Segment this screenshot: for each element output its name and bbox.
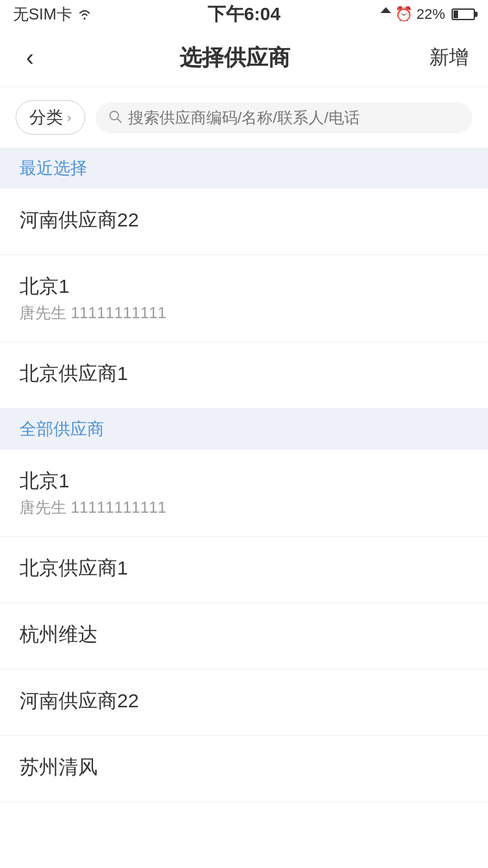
carrier-text: 无SIM卡	[13, 4, 72, 25]
status-time: 下午6:04	[208, 2, 280, 27]
item-name: 杭州维达	[20, 621, 468, 648]
item-name: 苏州清风	[20, 754, 468, 781]
item-name: 北京供应商1	[20, 360, 468, 387]
svg-line-1	[117, 118, 121, 122]
item-sub: 唐先生 11111111111	[20, 497, 468, 518]
search-box	[96, 102, 472, 133]
item-name: 北京1	[20, 273, 468, 300]
nav-bar: ‹ 选择供应商 新增	[0, 29, 488, 87]
category-label: 分类	[29, 106, 63, 129]
list-item[interactable]: 北京1 唐先生 11111111111	[0, 255, 488, 342]
page-title: 选择供应商	[180, 43, 290, 73]
list-item[interactable]: 苏州清风	[0, 736, 488, 802]
alarm-icon: ⏰	[395, 6, 413, 23]
chevron-right-icon: ›	[67, 110, 72, 125]
category-button[interactable]: 分类 ›	[16, 100, 85, 135]
recent-section-header: 最近选择	[0, 148, 488, 189]
recent-section-label: 最近选择	[20, 158, 87, 178]
item-sub: 唐先生 11111111111	[20, 303, 468, 323]
status-right: ⏰ 22%	[381, 6, 475, 23]
battery-percent: 22%	[416, 6, 445, 23]
wifi-icon	[77, 5, 92, 23]
recent-list: 河南供应商22 北京1 唐先生 11111111111 北京供应商1	[0, 189, 488, 409]
back-button[interactable]: ‹	[20, 38, 40, 78]
add-button[interactable]: 新增	[429, 44, 468, 71]
status-bar: 无SIM卡 下午6:04 ⏰ 22%	[0, 0, 488, 29]
all-list: 北京1 唐先生 11111111111 北京供应商1 杭州维达 河南供应商22 …	[0, 450, 488, 802]
search-icon	[109, 109, 122, 127]
list-item[interactable]: 河南供应商22	[0, 189, 488, 255]
status-left: 无SIM卡	[13, 4, 92, 25]
item-name: 北京1	[20, 468, 468, 495]
item-name: 河南供应商22	[20, 207, 468, 234]
list-item[interactable]: 河南供应商22	[0, 670, 488, 736]
list-item[interactable]: 北京供应商1	[0, 342, 488, 409]
item-name: 河南供应商22	[20, 688, 468, 714]
location-icon	[381, 6, 391, 23]
all-section-label: 全部供应商	[20, 419, 104, 439]
list-item[interactable]: 北京供应商1	[0, 537, 488, 603]
list-item[interactable]: 杭州维达	[0, 603, 488, 670]
item-name: 北京供应商1	[20, 555, 468, 582]
battery-icon	[452, 8, 475, 20]
search-input[interactable]	[128, 109, 459, 127]
list-item[interactable]: 北京1 唐先生 11111111111	[0, 450, 488, 537]
all-section-header: 全部供应商	[0, 409, 488, 450]
filter-bar: 分类 ›	[0, 87, 488, 148]
